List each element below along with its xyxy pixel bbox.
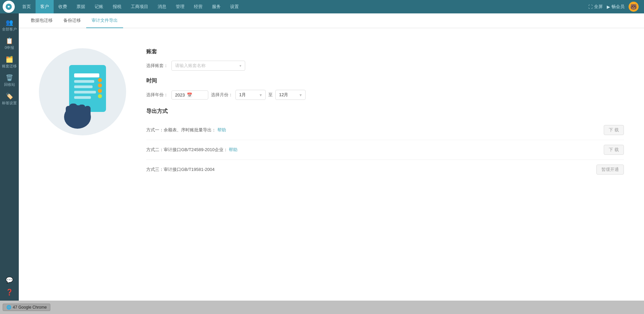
- month-start-value: 1月: [239, 92, 246, 98]
- fullscreen-button[interactable]: ⛶ 全屏: [588, 4, 603, 10]
- month-start-arrow-icon: ▾: [260, 92, 262, 98]
- video-icon: ▶: [607, 4, 610, 9]
- export-section-title: 导出方式: [146, 108, 624, 115]
- export-method-3-open-button[interactable]: 暂缓开通: [596, 165, 624, 175]
- svg-point-8: [98, 83, 102, 87]
- export-section: 导出方式 方式一：余额表、序时账批量导出： 帮助 下 载 方式二：审计接口GB/…: [146, 108, 624, 179]
- sidebar-item-help[interactable]: ❓: [0, 286, 18, 298]
- export-method-1-row: 方式一：余额表、序时账批量导出： 帮助 下 载: [146, 120, 624, 140]
- account-select-placeholder: 请输入账套名称: [175, 63, 206, 69]
- sidebar-item-zero-declare[interactable]: 📋 0申报: [0, 35, 18, 53]
- sidebar-label-recycle: 回收站: [4, 82, 15, 87]
- form-area: 账套 选择账套： 请输入账套名称 ▾ 时间 选择年份： 2023 📅: [146, 42, 624, 287]
- month-start-select[interactable]: 1月 ▾: [235, 90, 266, 100]
- illustration-area: [39, 42, 126, 287]
- taskbar: 🌐 47 Google Chrome: [0, 301, 644, 314]
- year-label: 选择年份：: [146, 92, 168, 98]
- export-method-1-label: 方式一：余额表、序时账批量导出： 帮助: [146, 127, 226, 133]
- nav-service[interactable]: 服务: [207, 0, 225, 13]
- sidebar-label-migration: 账套迁移: [2, 64, 17, 69]
- export-method-1-text: 方式一：余额表、序时账批量导出：: [146, 127, 216, 132]
- sidebar-item-chat[interactable]: 💬: [0, 274, 18, 286]
- top-navigation: 首页 客户 收费 票据 记账 报税 工商项目 消息 管理 经营 服务 设置 ⛶ …: [0, 0, 644, 13]
- export-method-2-download-button[interactable]: 下 载: [604, 145, 624, 155]
- sidebar-item-recycle[interactable]: 🗑️ 回收站: [0, 71, 18, 90]
- sidebar: 👥 全部客户 📋 0申报 🗂️ 账套迁移 🗑️ 回收站 🏷️ 标签设置 💬 ❓: [0, 13, 19, 301]
- export-method-2-text: 方式二：审计接口GB/T24589-2010企业：: [146, 147, 228, 152]
- year-input[interactable]: 2023 📅: [171, 90, 208, 100]
- tab-audit-export[interactable]: 审计文件导出: [86, 13, 123, 28]
- time-separator: 至: [268, 92, 273, 98]
- illustration-circle: [39, 48, 126, 135]
- illustration-svg: [49, 55, 116, 129]
- nav-management[interactable]: 管理: [171, 0, 189, 13]
- month-end-value: 12月: [279, 92, 288, 98]
- nav-message[interactable]: 消息: [153, 0, 171, 13]
- avatar[interactable]: 🐻: [629, 2, 639, 12]
- time-section-title: 时间: [146, 77, 624, 84]
- fullscreen-label: 全屏: [594, 4, 603, 10]
- trash-icon: 🗑️: [6, 75, 13, 81]
- nav-settings[interactable]: 设置: [225, 0, 244, 13]
- member-button[interactable]: ▶ 畅会员: [607, 4, 625, 10]
- nav-billing[interactable]: 收费: [54, 0, 72, 13]
- export-method-1-download-button[interactable]: 下 载: [604, 125, 624, 135]
- migration-icon: 🗂️: [6, 56, 13, 62]
- declare-icon: 📋: [6, 38, 13, 44]
- month-end-arrow-icon: ▾: [300, 92, 302, 98]
- svg-point-7: [98, 78, 102, 82]
- svg-rect-14: [78, 105, 85, 120]
- sidebar-bottom: 💬 ❓: [0, 274, 19, 301]
- tab-data-migration[interactable]: 数据包迁移: [25, 13, 58, 28]
- dropdown-arrow-icon: ▾: [239, 64, 241, 68]
- sidebar-label-all-customers: 全部客户: [2, 27, 17, 32]
- nav-items: 首页 客户 收费 票据 记账 报税 工商项目 消息 管理 经营 服务 设置: [17, 0, 588, 13]
- nav-bookkeeping[interactable]: 记账: [90, 0, 108, 13]
- content-area: 数据包迁移 备份迁移 审计文件导出: [19, 13, 644, 301]
- svg-rect-15: [85, 106, 91, 119]
- tag-icon: 🏷️: [6, 93, 13, 99]
- sidebar-item-migration[interactable]: 🗂️ 账套迁移: [0, 53, 18, 71]
- tab-bar: 数据包迁移 备份迁移 审计文件导出: [19, 13, 644, 28]
- chat-icon: 💬: [6, 277, 13, 283]
- svg-point-9: [98, 89, 102, 93]
- svg-rect-4: [74, 85, 93, 88]
- export-method-3-text: 方式三：审计接口GB/T19581-2004: [146, 167, 215, 172]
- account-select-dropdown[interactable]: 请输入账套名称 ▾: [171, 61, 245, 71]
- help-icon: ❓: [6, 289, 13, 295]
- taskbar-chrome-label: 47 Google Chrome: [13, 305, 47, 310]
- nav-customer[interactable]: 客户: [36, 0, 54, 13]
- export-method-1-help-link[interactable]: 帮助: [217, 127, 226, 132]
- taskbar-chrome[interactable]: 🌐 47 Google Chrome: [3, 304, 50, 311]
- sidebar-item-tag-settings[interactable]: 🏷️ 标签设置: [0, 90, 18, 108]
- people-icon: 👥: [6, 19, 13, 25]
- date-row: 2023 📅 选择月份： 1月 ▾ 至 12月 ▾: [171, 90, 306, 100]
- nav-tax[interactable]: 报税: [108, 0, 126, 13]
- sidebar-item-all-customers[interactable]: 👥 全部客户: [0, 16, 18, 35]
- svg-rect-6: [74, 96, 91, 99]
- nav-operation[interactable]: 经营: [189, 0, 207, 13]
- nav-home[interactable]: 首页: [17, 0, 36, 13]
- sidebar-label-tag-settings: 标签设置: [2, 101, 17, 106]
- main-layout: 👥 全部客户 📋 0申报 🗂️ 账套迁移 🗑️ 回收站 🏷️ 标签设置 💬 ❓: [0, 13, 644, 301]
- sidebar-label-zero-declare: 0申报: [5, 45, 14, 50]
- tab-backup-migration[interactable]: 备份迁移: [58, 13, 86, 28]
- account-section-title: 账套: [146, 48, 624, 55]
- app-logo: [3, 1, 15, 13]
- export-method-3-row: 方式三：审计接口GB/T19581-2004 暂缓开通: [146, 160, 624, 179]
- month-label: 选择月份：: [211, 92, 233, 98]
- member-label: 畅会员: [611, 4, 625, 10]
- nav-invoice[interactable]: 票据: [72, 0, 90, 13]
- export-method-2-row: 方式二：审计接口GB/T24589-2010企业： 帮助 下 载: [146, 140, 624, 160]
- export-method-3-label: 方式三：审计接口GB/T19581-2004: [146, 167, 215, 173]
- export-method-2-help-link[interactable]: 帮助: [229, 147, 237, 152]
- top-nav-right: ⛶ 全屏 ▶ 畅会员 🐻: [588, 2, 639, 12]
- nav-business[interactable]: 工商项目: [126, 0, 153, 13]
- account-select-row: 选择账套： 请输入账套名称 ▾: [146, 61, 624, 71]
- page-content: 账套 选择账套： 请输入账套名称 ▾ 时间 选择年份： 2023 📅: [19, 28, 644, 301]
- chrome-icon: 🌐: [6, 305, 11, 310]
- month-end-select[interactable]: 12月 ▾: [275, 90, 306, 100]
- year-value: 2023: [175, 92, 185, 98]
- svg-rect-5: [74, 91, 96, 93]
- export-method-2-label: 方式二：审计接口GB/T24589-2010企业： 帮助: [146, 147, 237, 153]
